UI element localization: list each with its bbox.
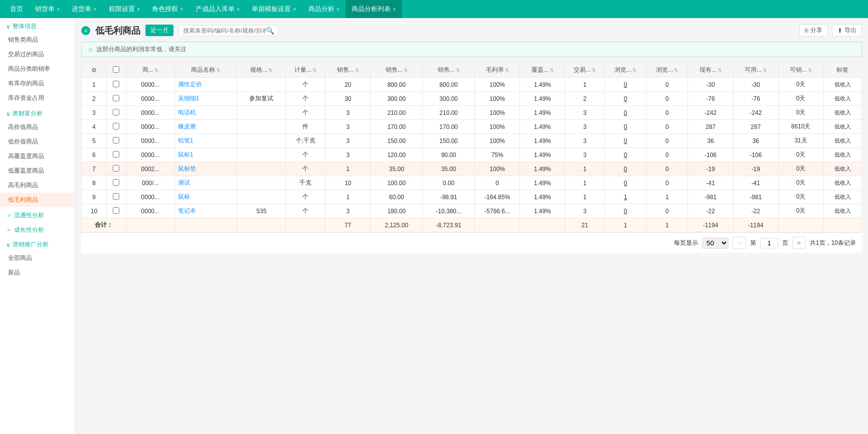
row-browse1[interactable]: 0 (605, 148, 646, 162)
row-browse1[interactable]: 0 (605, 176, 646, 190)
export-button[interactable]: ⬆ 导出 (832, 24, 862, 37)
row-browse1[interactable]: 0 (605, 106, 646, 120)
page-input[interactable] (760, 238, 778, 248)
sidebar-item-in-stock[interactable]: 有库存的商品 (0, 76, 75, 91)
th-settings[interactable]: ⚙ (82, 63, 107, 78)
th-spec[interactable]: 规格... ⇅ (237, 63, 286, 78)
nav-purchase[interactable]: 进货单 × (66, 0, 102, 18)
nav-product-analysis[interactable]: 商品分析 × (302, 0, 345, 18)
nav-analysis-close[interactable]: × (336, 6, 339, 12)
row-browse1[interactable]: 0 (605, 134, 646, 148)
collapse-sidebar-button[interactable]: « (81, 26, 90, 35)
sidebar-item-category-rate[interactable]: 商品分类助销率 (0, 62, 75, 76)
settings-icon[interactable]: ⚙ (91, 67, 97, 74)
sidebar-item-all-products[interactable]: 全部商品 (0, 251, 75, 265)
row-name[interactable]: 橡皮擦 (175, 120, 237, 134)
th-sale-count[interactable]: 销售... ⇅ (325, 63, 371, 78)
th-name[interactable]: 商品名称 ⇅ (175, 63, 237, 78)
sidebar-group-growth[interactable]: ＞ 成长性分析 (0, 222, 75, 236)
nav-product-entry[interactable]: 产成品入库单 × (190, 0, 246, 18)
th-code[interactable]: 商... ⇅ (126, 63, 175, 78)
next-page-button[interactable]: ＞ (792, 237, 806, 249)
sidebar-item-low-margin[interactable]: 低毛利商品 (0, 193, 75, 207)
row-checkbox[interactable] (106, 176, 126, 190)
row-checkbox[interactable] (106, 134, 126, 148)
nav-permissions[interactable]: 权限设置 × (103, 0, 146, 18)
row-checkbox[interactable] (106, 92, 126, 106)
row-sale2: 170.00 (371, 120, 423, 134)
nav-roles[interactable]: 角色授权 × (146, 0, 189, 18)
row-browse1[interactable]: 0 (605, 162, 646, 176)
nav-analysis-list-close[interactable]: × (393, 6, 396, 12)
row-browse1[interactable]: 0 (605, 204, 646, 218)
sidebar-item-stock-capital[interactable]: 库存资金占用 (0, 91, 75, 105)
sidebar-item-low-coverage[interactable]: 低覆盖度商品 (0, 164, 75, 178)
row-gross: 100% (475, 92, 520, 106)
select-all-checkbox[interactable] (113, 66, 119, 73)
row-name[interactable]: 鼠标 (175, 190, 237, 204)
sort-icon-avail: ⇅ (763, 67, 767, 73)
nav-sales-close[interactable]: × (57, 6, 60, 12)
row-name[interactable]: 吴细细1 (175, 92, 237, 106)
sidebar-group-circulation[interactable]: ＞ 流通性分析 (0, 207, 75, 222)
row-name[interactable]: 电话机 (175, 106, 237, 120)
search-box[interactable]: 🔍 (179, 25, 279, 36)
row-sellable: 0天 (778, 106, 823, 120)
sidebar-item-high-value[interactable]: 高价值商品 (0, 120, 75, 134)
nav-template-settings[interactable]: 单据模板设置 × (246, 0, 302, 18)
row-checkbox[interactable] (106, 106, 126, 120)
row-avail: 36 (733, 134, 778, 148)
th-current-stock[interactable]: 现有... ⇅ (688, 63, 733, 78)
date-filter-button[interactable]: 近一月 (145, 25, 173, 36)
th-trade[interactable]: 交易... ⇅ (565, 63, 605, 78)
row-checkbox[interactable] (106, 78, 126, 92)
th-sale-profit[interactable]: 销售... ⇅ (423, 63, 475, 78)
share-button[interactable]: ⎘ 分享 (799, 24, 828, 37)
th-coverage[interactable]: 覆盖... ⇅ (520, 63, 565, 78)
nav-analysis-list[interactable]: 商品分析列表 × (345, 0, 402, 18)
th-sellable-days[interactable]: 可销... ⇅ (778, 63, 823, 78)
th-browse1[interactable]: 浏览... ⇅ (605, 63, 646, 78)
row-browse1[interactable]: 0 (605, 120, 646, 134)
nav-purchase-close[interactable]: × (93, 6, 96, 12)
per-page-select[interactable]: 50 100 (702, 237, 729, 249)
nav-product-entry-close[interactable]: × (237, 6, 240, 12)
th-browse2[interactable]: 浏览... ⇅ (646, 63, 688, 78)
th-unit[interactable]: 计量... ⇅ (286, 63, 325, 78)
nav-template-close[interactable]: × (293, 6, 296, 12)
row-name[interactable]: 属性定价 (175, 78, 237, 92)
nav-home[interactable]: 首页 (4, 0, 29, 18)
row-name[interactable]: 测试 (175, 176, 237, 190)
sidebar-item-sales-products[interactable]: 销售类商品 (0, 33, 75, 47)
row-browse1[interactable]: 1 (605, 190, 646, 204)
sidebar-item-high-margin[interactable]: 高毛利商品 (0, 178, 75, 193)
th-sale-amount[interactable]: 销售... ⇅ (371, 63, 423, 78)
sidebar-item-low-value[interactable]: 低价值商品 (0, 134, 75, 149)
row-name[interactable]: 笔记本 (175, 204, 237, 218)
row-trade: 3 (565, 134, 605, 148)
nav-roles-close[interactable]: × (180, 6, 183, 12)
row-name[interactable]: 铅笔1 (175, 134, 237, 148)
search-input[interactable] (183, 27, 266, 34)
nav-sales[interactable]: 销货单 × (29, 0, 66, 18)
row-sale1: 3 (325, 134, 371, 148)
row-name[interactable]: 鼠标1 (175, 148, 237, 162)
row-checkbox[interactable] (106, 120, 126, 134)
row-checkbox[interactable] (106, 190, 126, 204)
row-name[interactable]: 鼠标垫 (175, 162, 237, 176)
th-checkbox[interactable] (106, 63, 126, 78)
th-gross-rate[interactable]: 毛利率 ⇅ (475, 63, 520, 78)
row-checkbox[interactable] (106, 162, 126, 176)
row-browse1[interactable]: 0 (605, 78, 646, 92)
sidebar-item-traded-products[interactable]: 交易过的商品 (0, 47, 75, 62)
row-browse1[interactable]: 0 (605, 92, 646, 106)
nav-permissions-close[interactable]: × (137, 6, 140, 12)
row-checkbox[interactable] (106, 148, 126, 162)
search-icon[interactable]: 🔍 (266, 27, 274, 35)
prev-page-button[interactable]: ＜ (733, 237, 746, 249)
sidebar-item-high-coverage[interactable]: 高覆盖度商品 (0, 149, 75, 164)
row-checkbox[interactable] (106, 204, 126, 218)
th-available-stock[interactable]: 可用... ⇅ (733, 63, 778, 78)
sidebar-item-new-products[interactable]: 新品 (0, 265, 75, 280)
row-browse2: 0 (646, 204, 688, 218)
